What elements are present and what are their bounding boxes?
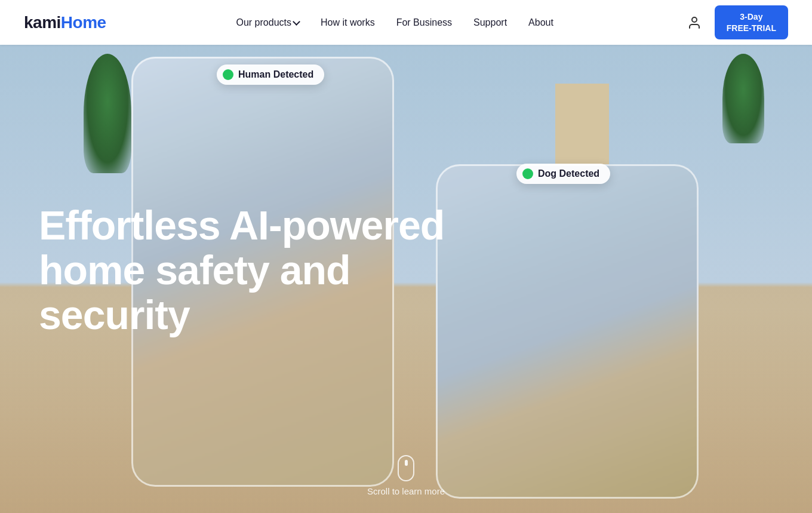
detection-indicator-human — [223, 69, 233, 80]
human-detection-badge: Human Detected — [217, 64, 324, 85]
nav-right: 3-Day FREE-TRIAL — [684, 5, 788, 39]
nav-link-support[interactable]: Support — [473, 17, 507, 28]
hero-headline: Effortless AI-powered home safety and se… — [39, 203, 445, 337]
plant-left-decoration — [84, 54, 131, 173]
navbar: kami Home Our products How it works For … — [0, 0, 812, 45]
nav-link-about[interactable]: About — [528, 17, 553, 28]
nav-links: Our products How it works For Business S… — [236, 17, 553, 28]
plant-right-decoration — [722, 54, 764, 143]
nav-item-for-business[interactable]: For Business — [396, 17, 452, 28]
scroll-wheel — [405, 460, 408, 466]
dog-detection-label: Dog Detected — [538, 168, 599, 179]
nav-link-our-products[interactable]: Our products — [236, 17, 299, 28]
nav-item-support[interactable]: Support — [473, 17, 507, 28]
right-phone-frame — [436, 164, 699, 499]
dog-detection-badge: Dog Detected — [516, 164, 610, 184]
nav-link-for-business[interactable]: For Business — [396, 17, 452, 28]
svg-point-0 — [692, 17, 697, 22]
user-account-icon[interactable] — [684, 12, 705, 33]
scroll-mouse-icon — [398, 455, 414, 481]
chevron-down-icon — [293, 18, 300, 26]
nav-item-our-products[interactable]: Our products — [236, 17, 299, 28]
nav-item-how-it-works[interactable]: How it works — [321, 17, 375, 28]
human-detection-label: Human Detected — [238, 69, 313, 80]
nav-item-about[interactable]: About — [528, 17, 553, 28]
hero-text-block: Effortless AI-powered home safety and se… — [39, 203, 445, 337]
logo-home: Home — [61, 13, 106, 32]
logo[interactable]: kami Home — [24, 13, 106, 32]
hero-section: Human Detected Dog Detected Effortless A… — [0, 0, 812, 513]
detection-indicator-dog — [522, 168, 533, 179]
free-trial-button[interactable]: 3-Day FREE-TRIAL — [715, 5, 788, 39]
logo-kami: kami — [24, 13, 61, 32]
scroll-label: Scroll to learn more — [367, 486, 445, 496]
scroll-indicator: Scroll to learn more — [367, 455, 445, 496]
nav-link-how-it-works[interactable]: How it works — [321, 17, 375, 28]
